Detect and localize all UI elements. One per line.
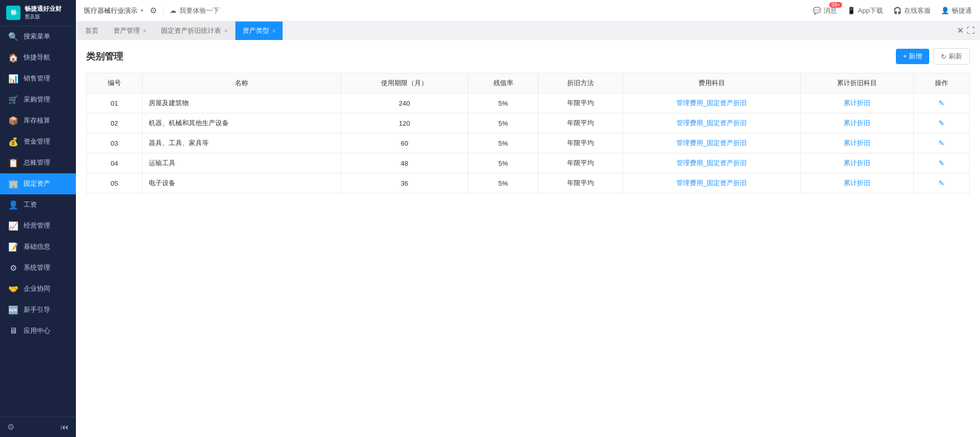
refresh-icon: ↻ <box>941 53 947 61</box>
sidebar-item-quick-nav[interactable]: 🏠 快捷导航 <box>0 47 76 68</box>
sidebar-item-ledger[interactable]: 📋 总账管理 <box>0 152 76 173</box>
cell-residual-0: 5% <box>468 93 538 113</box>
cell-accum-4: 累计折旧 <box>801 173 913 193</box>
col-method: 折旧方法 <box>538 73 623 93</box>
refresh-btn[interactable]: ↻ 刷新 <box>933 48 970 65</box>
sidebar-label-capital: 资金管理 <box>24 137 50 146</box>
app-version: 普及版 <box>25 13 62 21</box>
tab-asset-type[interactable]: 资产类型 × <box>235 22 283 40</box>
col-id: 编号 <box>87 73 143 93</box>
sidebar-item-guide[interactable]: 🆕 新手引导 <box>0 300 76 321</box>
cell-period-2: 60 <box>341 133 468 153</box>
cell-accum-3: 累计折旧 <box>801 153 913 173</box>
cell-name-3: 运输工具 <box>143 153 341 173</box>
sidebar-item-basic-info[interactable]: 📝 基础信息 <box>0 236 76 257</box>
cell-accum-2: 累计折旧 <box>801 133 913 153</box>
cell-residual-3: 5% <box>468 153 538 173</box>
cell-accum-1: 累计折旧 <box>801 113 913 133</box>
company-name: 医疗器械行业演示 <box>84 6 137 15</box>
sidebar-item-operations[interactable]: 📈 经营管理 <box>0 215 76 236</box>
sidebar-item-search[interactable]: 🔍 搜索菜单 <box>0 26 76 47</box>
avatar-icon: 👤 <box>941 7 949 14</box>
topbar-divider <box>163 6 164 16</box>
cell-residual-1: 5% <box>468 113 538 133</box>
col-action: 操作 <box>913 73 969 93</box>
cell-id-0: 01 <box>87 93 143 113</box>
edit-btn-3[interactable]: ✎ <box>938 159 945 167</box>
cell-action-2: ✎ <box>913 133 969 153</box>
cell-name-4: 电子设备 <box>143 173 341 193</box>
user-label: 畅捷通 <box>952 6 972 15</box>
col-name: 名称 <box>143 73 341 93</box>
topbar: 医疗器械行业演示 ▾ ⚙ ☁ 我要体验一下 💬 消息 99 📱 App下载 🎧 … <box>76 0 980 22</box>
edit-btn-0[interactable]: ✎ <box>938 99 945 107</box>
messages-badge: 99 <box>829 2 842 8</box>
collapse-icon[interactable]: ⏮ <box>61 423 69 432</box>
experience-btn[interactable]: ☁ 我要体验一下 <box>170 6 219 15</box>
edit-btn-2[interactable]: ✎ <box>938 139 945 147</box>
sidebar-item-sales[interactable]: 📊 销售管理 <box>0 68 76 89</box>
table-row: 01 房屋及建筑物 240 5% 年限平均 管理费用_固定资产折旧 累计折旧 ✎ <box>87 93 970 113</box>
tab-close-all-icon[interactable]: ✕ <box>957 26 964 35</box>
new-btn[interactable]: + 新增 <box>896 49 929 64</box>
sidebar-item-system[interactable]: ⚙ 系统管理 <box>0 257 76 279</box>
page-content: 类别管理 + 新增 ↻ 刷新 编号 名称 使用期限（月） 残值率 折旧方法 费用… <box>76 40 980 437</box>
tab-home[interactable]: 首页 <box>78 22 106 40</box>
col-fee-subject: 费用科目 <box>623 73 801 93</box>
purchase-icon: 🛒 <box>8 95 18 105</box>
cell-period-4: 36 <box>341 173 468 193</box>
tab-depreciation-close[interactable]: × <box>224 28 227 34</box>
tab-asset-management-label: 资产管理 <box>113 26 140 35</box>
tab-depreciation-table[interactable]: 固定资产折旧统计表 × <box>154 22 235 40</box>
tab-expand-icon[interactable]: ⛶ <box>967 26 975 35</box>
page-title: 类别管理 <box>86 50 123 63</box>
settings-bottom-icon[interactable]: ⚙ <box>7 422 14 432</box>
sidebar-label-search: 搜索菜单 <box>24 32 50 41</box>
company-chevron-icon: ▾ <box>141 7 144 14</box>
app-logo: 畅 畅捷通好业财 普及版 <box>0 0 76 26</box>
edit-btn-4[interactable]: ✎ <box>938 179 945 187</box>
company-settings-icon[interactable]: ⚙ <box>150 6 157 15</box>
col-accum-subject: 累计折旧科目 <box>801 73 913 93</box>
messages-btn[interactable]: 💬 消息 99 <box>813 6 837 15</box>
download-icon: 📱 <box>847 7 855 14</box>
user-btn[interactable]: 👤 畅捷通 <box>941 6 972 15</box>
experience-label: 我要体验一下 <box>179 6 219 15</box>
cell-fee-1: 管理费用_固定资产折旧 <box>623 113 801 133</box>
sidebar-label-quick-nav: 快捷导航 <box>24 53 50 62</box>
payroll-icon: 👤 <box>8 200 18 210</box>
cell-residual-4: 5% <box>468 173 538 193</box>
cell-method-1: 年限平均 <box>538 113 623 133</box>
company-selector[interactable]: 医疗器械行业演示 ▾ <box>84 6 144 15</box>
cell-fee-2: 管理费用_固定资产折旧 <box>623 133 801 153</box>
cell-action-3: ✎ <box>913 153 969 173</box>
sidebar-item-fixed-assets[interactable]: 🏢 固定资产 <box>0 173 76 194</box>
sidebar: 畅 畅捷通好业财 普及版 🔍 搜索菜单 🏠 快捷导航 📊 销售管理 🛒 采购管理… <box>0 0 76 437</box>
customer-service-btn[interactable]: 🎧 在线客服 <box>893 6 931 15</box>
cell-id-2: 03 <box>87 133 143 153</box>
cell-accum-0: 累计折旧 <box>801 93 913 113</box>
sidebar-label-enterprise: 企业协同 <box>24 284 50 293</box>
customer-service-label: 在线客服 <box>904 6 931 15</box>
table-row: 03 器具、工具、家具等 60 5% 年限平均 管理费用_固定资产折旧 累计折旧… <box>87 133 970 153</box>
sidebar-item-capital[interactable]: 💰 资金管理 <box>0 131 76 152</box>
sidebar-item-purchase[interactable]: 🛒 采购管理 <box>0 89 76 110</box>
cell-method-2: 年限平均 <box>538 133 623 153</box>
cell-method-0: 年限平均 <box>538 93 623 113</box>
tab-depreciation-label: 固定资产折旧统计表 <box>161 26 221 35</box>
sidebar-item-inventory[interactable]: 📦 库存核算 <box>0 110 76 131</box>
cell-residual-2: 5% <box>468 133 538 153</box>
cell-action-1: ✎ <box>913 113 969 133</box>
tab-asset-management-close[interactable]: × <box>143 28 146 34</box>
tab-asset-management[interactable]: 资产管理 × <box>106 22 154 40</box>
main-area: 医疗器械行业演示 ▾ ⚙ ☁ 我要体验一下 💬 消息 99 📱 App下载 🎧 … <box>76 0 980 437</box>
app-download-btn[interactable]: 📱 App下载 <box>847 6 883 15</box>
edit-btn-1[interactable]: ✎ <box>938 119 945 127</box>
sidebar-item-payroll[interactable]: 👤 工资 <box>0 194 76 215</box>
fixed-assets-icon: 🏢 <box>8 179 18 189</box>
enterprise-icon: 🤝 <box>8 284 18 294</box>
sidebar-item-enterprise[interactable]: 🤝 企业协同 <box>0 279 76 300</box>
sidebar-item-app-center[interactable]: 🖥 应用中心 <box>0 321 76 341</box>
guide-icon: 🆕 <box>8 305 18 315</box>
tab-asset-type-close[interactable]: × <box>272 28 275 34</box>
